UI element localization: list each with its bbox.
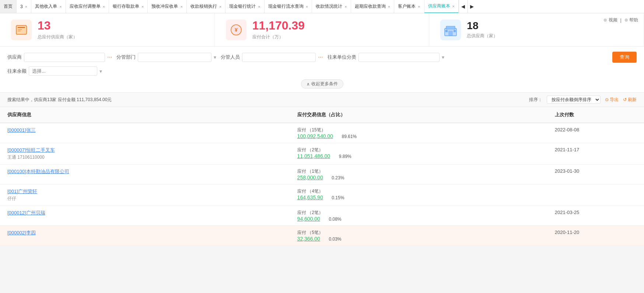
supplier-label: 供应商 [7,54,22,61]
supplier-link[interactable]: [000007]恒旺二手叉车 [7,147,55,153]
balance-dropdown-arrow[interactable]: ▾ [99,68,102,74]
svg-rect-9 [445,30,448,32]
amount-value[interactable]: 164,635.90 [297,194,323,200]
filter-supplier: 供应商 ··· [7,53,112,62]
nav-item-customer-ledger[interactable]: 客户账本 × [394,0,424,13]
cell-tx: 应付 （2笔） 11,051,486.00 9.89% [290,143,547,165]
cell-supplier: [000007]恒旺二手叉车 王通 17106110000 [0,143,290,165]
person-dots[interactable]: ··· [318,54,323,61]
filter-person: 分管人员 ··· [221,53,323,62]
nav-item-other-income[interactable]: 其他收入单 × [31,0,66,13]
nav-item-payment-stat[interactable]: 收款情况统计 × [312,0,351,13]
sort-area: 排序： 按应付余额倒序排序 ⊙ 导出 ↺ 刷新 [529,96,637,104]
tx-count: （1笔） [307,169,323,174]
summary-bar: 13 总应付供应商（家） ¥ 11,170.39 应付合计（万） 1 [0,13,644,46]
summary-card-payable-suppliers: 13 总应付供应商（家） [0,13,215,46]
category-input[interactable] [358,53,440,62]
refresh-button[interactable]: ↺ 刷新 [623,97,637,103]
pct-value: 0.15% [332,195,344,200]
nav-item-label: 现金银行流水查询 [268,3,304,10]
summary-text-payable-suppliers: 13 总应付供应商（家） [38,19,77,40]
nav-item-cash-flow[interactable]: 现金银行流水查询 × [265,0,312,13]
supplier-link[interactable]: [000012]广州贝瑞 [7,210,45,216]
close-icon[interactable]: × [103,4,105,9]
svg-rect-8 [448,31,453,36]
pct-value: 89.61% [342,134,357,139]
balance-input[interactable] [29,66,97,76]
close-icon[interactable]: × [452,4,455,8]
table-row: [000100]本特勤油品有限公司 应付 （1笔） 258,000.00 0.2… [0,165,644,185]
dept-input[interactable] [138,53,211,62]
nav-item-label: 银行存取款单 [113,3,139,10]
supplier-link[interactable]: [000001]张三 [7,127,36,133]
amount-value[interactable]: 94,600.00 [297,216,320,222]
person-input[interactable] [242,53,316,62]
nav-item-home[interactable]: 首页 [0,0,17,13]
amount-value[interactable]: 100,092,540.00 [297,133,333,139]
nav-prev-arrow[interactable]: ◀ [459,0,468,13]
nav-item-label: 收款情况统计 [316,3,342,10]
close-icon[interactable]: × [388,4,390,9]
close-icon[interactable]: × [344,4,347,9]
close-icon[interactable]: × [141,4,144,9]
svg-rect-10 [454,30,456,32]
collapse-button[interactable]: ∧ 收起更多条件 [301,79,343,89]
close-icon[interactable]: × [180,4,182,9]
filter-category: 往来单位分类 ▾ [328,53,444,62]
col-last-date: 上次付数 [547,107,644,123]
last-date: 2021-11-17 [555,147,580,152]
sort-select[interactable]: 按应付余额倒序排序 [547,96,601,104]
help-link[interactable]: ⊙ 帮助 [624,17,638,23]
nav-next-arrow[interactable]: ▶ [468,0,476,13]
nav-item-payment-exec[interactable]: 收款核销执行 × [187,0,225,13]
supplier-dots[interactable]: ··· [107,54,112,61]
table-body: [000001]张三 应付 （15笔） 100,092,540.00 89.61… [0,123,644,246]
close-icon[interactable]: × [25,4,27,9]
cell-supplier: [000100]本特勤油品有限公司 [0,165,290,185]
close-icon[interactable]: × [59,4,62,9]
payable-supplier-icon [11,20,32,40]
sort-label: 排序： [529,97,542,103]
supplier-link[interactable]: [001]广州荣轩 [7,189,37,194]
tx-label: 应付 [297,189,306,194]
nav-item-3[interactable]: 3 × [17,0,31,13]
close-icon[interactable]: × [219,4,221,9]
nav-item-label: 超期应收款查询 [355,3,386,10]
video-link[interactable]: ⊙ 视频 [603,17,617,23]
nav-item-supplier-ledger[interactable]: 供应商账本 × [424,0,459,13]
nav-item-overdue-ar[interactable]: 超期应收款查询 × [351,0,394,13]
cell-tx: 应付 （5笔） 32,366.00 0.03% [290,226,547,246]
export-button[interactable]: ⊙ 导出 [605,97,619,103]
amount-value[interactable]: 258,000.00 [297,175,323,180]
tx-count: （2笔） [307,210,323,215]
close-icon[interactable]: × [258,4,260,9]
nav-item-label: 应收应付调整单 [70,3,101,10]
amount-value[interactable]: 32,366.00 [297,236,320,242]
dept-dropdown-arrow[interactable]: ▾ [214,54,216,60]
table-row: [000012]广州贝瑞 应付 （2笔） 94,600.00 0.08% 202… [0,206,644,226]
close-icon[interactable]: × [418,4,420,9]
nav-item-prepay-offset[interactable]: 预收冲应收单 × [148,0,186,13]
close-icon[interactable]: × [306,4,308,9]
nav-item-ar-ap-adjust[interactable]: 应收应付调整单 × [66,0,109,13]
supplier-link[interactable]: [000002]李四 [7,230,36,235]
collapse-label: 收起更多条件 [311,81,338,87]
supplier-sub: 仔仔 [7,196,283,202]
link-divider: | [620,18,622,23]
supplier-link[interactable]: [000100]本特勤油品有限公司 [7,169,69,174]
nav-item-bank-deposit[interactable]: 银行存取款单 × [109,0,148,13]
summary-card-total-ap: ¥ 11,170.39 应付合计（万） [215,13,430,46]
tx-count: （15笔） [307,127,325,132]
person-label: 分管人员 [221,54,240,61]
collapse-bar: ∧ 收起更多条件 [7,79,637,89]
pct-value: 0.08% [329,217,342,222]
tx-label: 应付 [297,210,306,215]
supplier-input[interactable] [24,53,105,62]
nav-item-cash-bank-stat[interactable]: 现金银行统计 × [225,0,264,13]
cell-last-date: 2023-01-30 [547,165,644,185]
category-dropdown-arrow[interactable]: ▾ [442,54,444,60]
total-suppliers-sub: 总供应商（家） [467,33,498,39]
cell-tx: 应付 （4笔） 164,635.90 0.15% [290,185,547,206]
query-button[interactable]: 查询 [612,52,637,63]
amount-value[interactable]: 11,051,486.00 [297,153,330,159]
